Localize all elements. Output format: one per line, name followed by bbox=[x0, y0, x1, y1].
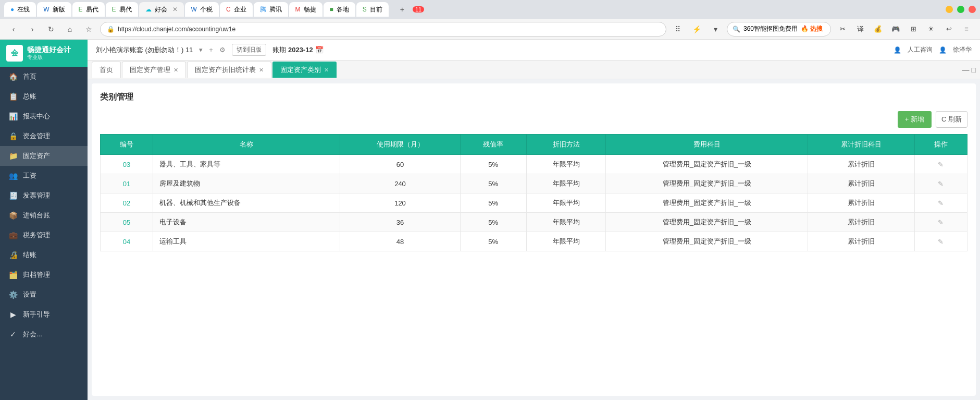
address-bar[interactable]: 🔒 bbox=[100, 22, 666, 37]
cut-icon-btn[interactable]: ✂ bbox=[835, 22, 850, 37]
browser-chrome: ● 在线 W 新版 E 易代 E 易代 ☁ 好会 ✕ W 个税 C 企业 腾 bbox=[0, 0, 980, 19]
td-method-4: 年限平均 bbox=[526, 232, 606, 251]
switch-version-button[interactable]: 切到旧版 bbox=[232, 44, 266, 56]
app-container: 会 畅捷通好会计 专业版 🏠 首页 📋 总账 📊 报表中心 🔒 资金管理 📁 固… bbox=[0, 40, 980, 400]
td-period-1: 240 bbox=[340, 174, 460, 193]
forward-button[interactable]: › bbox=[25, 22, 40, 37]
data-table: 编号 名称 使用期限（月） 残值率 折旧方法 费用科目 累计折旧科目 操作 03… bbox=[100, 134, 967, 251]
game-icon-btn[interactable]: 🎮 bbox=[888, 22, 903, 37]
search-bar[interactable]: 🔍 360智能抠图免费用 🔥 热搜 bbox=[727, 22, 831, 37]
consult-label[interactable]: 人工咨询 bbox=[908, 45, 933, 54]
sidebar-item-fixed-assets[interactable]: 📁 固定资产 bbox=[0, 146, 88, 166]
sidebar-item-settings[interactable]: ⚙️ 设置 bbox=[0, 285, 88, 305]
wallet-icon-btn[interactable]: 💰 bbox=[871, 22, 885, 37]
calendar-icon[interactable]: 📅 bbox=[315, 46, 324, 54]
browser-tab-mubiao[interactable]: S 目前 bbox=[356, 2, 389, 17]
consult-icon: 👤 bbox=[894, 46, 901, 54]
sidebar-item-home-label: 首页 bbox=[23, 72, 36, 81]
browser-tab-online[interactable]: ● 在线 bbox=[4, 2, 36, 17]
refresh-nav-button[interactable]: ↻ bbox=[44, 22, 58, 37]
undo-icon-btn[interactable]: ↩ bbox=[941, 22, 956, 37]
tab-close-active[interactable]: ✕ bbox=[172, 6, 178, 13]
td-action-4[interactable]: ✎ bbox=[914, 232, 967, 251]
extensions-button[interactable]: ⠿ bbox=[671, 22, 685, 37]
more-icon: ✓ bbox=[8, 330, 18, 338]
address-bar-row: ‹ › ↻ ⌂ ☆ 🔒 ⠿ ⚡ ▾ 🔍 360智能抠图免费用 🔥 热搜 ✂ 译 … bbox=[0, 19, 980, 40]
browser-tab-yidai1[interactable]: E 易代 bbox=[72, 2, 105, 17]
tab-minimize-button[interactable]: — bbox=[962, 66, 970, 74]
bookmark-button[interactable]: ☆ bbox=[81, 22, 96, 37]
td-residual-4: 5% bbox=[460, 232, 526, 251]
sidebar-item-guide[interactable]: ▶ 新手引导 bbox=[0, 305, 88, 324]
browser-tab-tax[interactable]: W 个税 bbox=[185, 2, 219, 17]
td-accumulated-0: 累计折旧 bbox=[808, 155, 914, 174]
username-label: 徐泽华 bbox=[953, 45, 972, 54]
add-button[interactable]: + 新增 bbox=[898, 111, 932, 128]
top-bar-gear-icon[interactable]: ⚙ bbox=[219, 46, 226, 54]
sidebar-item-purchase[interactable]: 📦 进销台账 bbox=[0, 205, 88, 225]
back-button[interactable]: ‹ bbox=[6, 22, 21, 37]
content-tab-depreciation-close[interactable]: ✕ bbox=[259, 67, 264, 74]
sidebar-item-payroll[interactable]: 👥 工资 bbox=[0, 166, 88, 186]
content-tab-asset-mgmt[interactable]: 固定资产管理 ✕ bbox=[122, 62, 186, 78]
td-action-1[interactable]: ✎ bbox=[914, 174, 967, 193]
browser-tab-changjie[interactable]: M 畅捷 bbox=[289, 2, 322, 17]
content-tab-category-label: 固定资产类别 bbox=[280, 65, 321, 75]
table-row: 05 电子设备 36 5% 年限平均 管理费用_固定资产折旧_一级 累计折旧 ✎ bbox=[101, 213, 967, 232]
content-tab-bar: 首页 固定资产管理 ✕ 固定资产折旧统计表 ✕ 固定资产类别 ✕ — □ bbox=[88, 60, 980, 79]
lightning-button[interactable]: ⚡ bbox=[689, 22, 704, 37]
url-input[interactable] bbox=[118, 26, 660, 33]
close-button[interactable] bbox=[969, 6, 976, 13]
top-bar-dropdown-icon[interactable]: ▾ bbox=[199, 46, 203, 54]
top-bar-right: 👤 人工咨询 👤 徐泽华 bbox=[894, 45, 972, 54]
ledger-icon: 📋 bbox=[8, 92, 18, 101]
sidebar: 会 畅捷通好会计 专业版 🏠 首页 📋 总账 📊 报表中心 🔒 资金管理 📁 固… bbox=[0, 40, 88, 400]
menu-icon-btn[interactable]: ≡ bbox=[959, 22, 974, 37]
browser-tab-yidai2[interactable]: E 易代 bbox=[106, 2, 138, 17]
td-action-0[interactable]: ✎ bbox=[914, 155, 967, 174]
content-tab-depreciation[interactable]: 固定资产折旧统计表 ✕ bbox=[187, 62, 271, 78]
grid-icon-btn[interactable]: ⊞ bbox=[906, 22, 921, 37]
browser-tab-enterprise[interactable]: C 企业 bbox=[220, 2, 253, 17]
content-tab-category-close[interactable]: ✕ bbox=[324, 67, 329, 74]
edit-icon-2[interactable]: ✎ bbox=[938, 199, 944, 207]
content-area: 刘小艳演示账套 (勿删勿动！) 11 ▾ + ⚙ 切到旧版 账期 2023-12… bbox=[88, 40, 980, 400]
content-tab-home[interactable]: 首页 bbox=[92, 62, 121, 78]
edit-icon-3[interactable]: ✎ bbox=[938, 219, 944, 226]
sidebar-item-closing[interactable]: 🔏 结账 bbox=[0, 245, 88, 265]
sidebar-item-reports[interactable]: 📊 报表中心 bbox=[0, 106, 88, 126]
sidebar-item-home[interactable]: 🏠 首页 bbox=[0, 67, 88, 87]
browser-tab-gedi[interactable]: ■ 各地 bbox=[324, 2, 355, 17]
browser-tab-new[interactable]: W 新版 bbox=[37, 2, 71, 17]
sidebar-item-ledger[interactable]: 📋 总账 bbox=[0, 87, 88, 106]
minimize-button[interactable] bbox=[946, 6, 953, 13]
edit-icon-0[interactable]: ✎ bbox=[938, 161, 944, 168]
sidebar-item-tax[interactable]: 💼 税务管理 bbox=[0, 225, 88, 245]
tab-maximize-button[interactable]: □ bbox=[972, 66, 976, 74]
sidebar-item-funds[interactable]: 🔒 资金管理 bbox=[0, 126, 88, 146]
translate-icon-btn[interactable]: 译 bbox=[853, 22, 867, 37]
purchase-icon: 📦 bbox=[8, 211, 18, 220]
maximize-button[interactable] bbox=[957, 6, 964, 13]
sidebar-item-invoice[interactable]: 🧾 发票管理 bbox=[0, 186, 88, 205]
dropdown-button[interactable]: ▾ bbox=[708, 22, 723, 37]
browser-tab-active[interactable]: ☁ 好会 ✕ bbox=[139, 2, 184, 17]
home-nav-button[interactable]: ⌂ bbox=[63, 22, 77, 37]
td-action-3[interactable]: ✎ bbox=[914, 213, 967, 232]
funds-icon: 🔒 bbox=[8, 132, 18, 140]
edit-icon-4[interactable]: ✎ bbox=[938, 238, 944, 246]
content-tab-asset-mgmt-close[interactable]: ✕ bbox=[173, 67, 178, 74]
brightness-icon-btn[interactable]: ☀ bbox=[924, 22, 938, 37]
content-tab-category[interactable]: 固定资产类别 ✕ bbox=[272, 62, 337, 78]
browser-tab-tencent[interactable]: 腾 腾讯 bbox=[254, 2, 288, 17]
refresh-button[interactable]: C 刷新 bbox=[936, 111, 967, 128]
sidebar-item-more[interactable]: ✓ 好会... bbox=[0, 324, 88, 344]
td-expense-0: 管理费用_固定资产折旧_一级 bbox=[606, 155, 808, 174]
logo-icon: 会 bbox=[6, 45, 23, 62]
new-tab-button[interactable]: + bbox=[395, 2, 410, 17]
edit-icon-1[interactable]: ✎ bbox=[938, 180, 944, 188]
sidebar-item-archive[interactable]: 🗂️ 归档管理 bbox=[0, 265, 88, 285]
td-action-2[interactable]: ✎ bbox=[914, 193, 967, 213]
td-name-1: 房屋及建筑物 bbox=[153, 174, 340, 193]
top-bar-add-icon[interactable]: + bbox=[209, 46, 213, 54]
